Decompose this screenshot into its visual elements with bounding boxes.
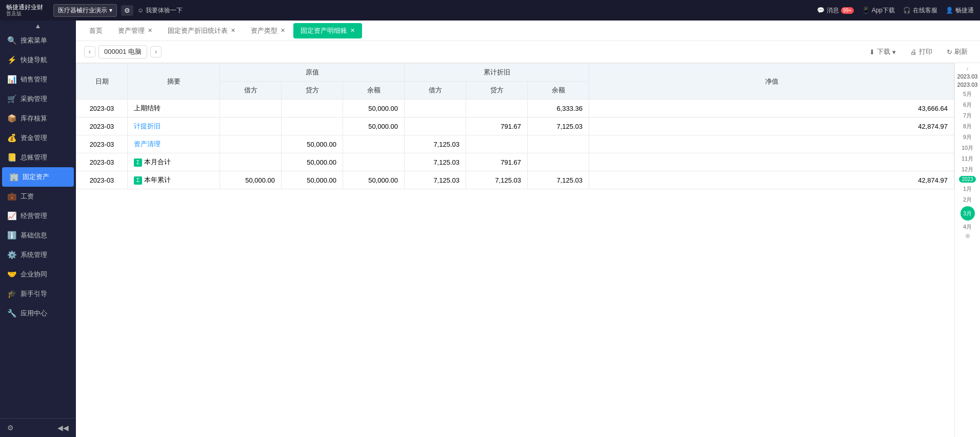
toolbar-row: ‹ 000001 电脑 › ⬇ 下载 ▾ 🖨 打印 ↻	[76, 41, 980, 63]
th-original-value: 原值	[220, 64, 405, 82]
print-btn[interactable]: 🖨 打印	[906, 45, 936, 58]
print-icon: 🖨	[910, 48, 917, 56]
sidebar-item-finance[interactable]: 💰 资金管理	[0, 128, 76, 148]
sidebar-item-search[interactable]: 🔍 搜索菜单	[0, 31, 76, 50]
smile-icon: ☺	[137, 7, 144, 14]
cell-orig-balance	[343, 153, 405, 171]
right-panel-collapse-icon[interactable]: ›	[967, 65, 969, 72]
cell-orig-credit: 50,000.00	[282, 153, 343, 171]
table-row: 2023-03 上期结转 50,000.00 6,333.36 43,666.6…	[76, 100, 954, 117]
tab-depreciation-table[interactable]: 固定资产折旧统计表 ✕	[161, 23, 243, 38]
prev-asset-btn[interactable]: ‹	[84, 46, 95, 57]
month-6[interactable]: 6月	[955, 100, 980, 110]
year-2023-badge[interactable]: 2023	[959, 176, 975, 183]
user-btn[interactable]: 👤 畅捷通	[946, 6, 974, 15]
month-5[interactable]: 5月	[955, 89, 980, 100]
top-bar-center: 医疗器械行业演示 ▾ ⚙ ☺ 我要体验一下	[53, 4, 817, 17]
sidebar-item-fixed-assets[interactable]: 🏢 固定资产	[2, 167, 74, 187]
month-1[interactable]: 1月	[955, 184, 980, 194]
settings-icon-btn[interactable]: ⚙	[121, 5, 133, 16]
sidebar-scroll-up[interactable]: ▲	[0, 21, 76, 31]
month-9[interactable]: 9月	[955, 132, 980, 143]
service-btn[interactable]: 🎧 在线客服	[903, 6, 937, 15]
company-selector[interactable]: 医疗器械行业演示 ▾	[53, 4, 117, 17]
main-layout: ▲ 🔍 搜索菜单 ⚡ 快捷导航 📊 销售管理 🛒 采购管理 📦 库存核算 💰 资…	[0, 21, 980, 437]
close-asset-mgmt-icon[interactable]: ✕	[148, 27, 152, 34]
cell-orig-debit: 50,000.00	[220, 171, 282, 189]
th-summary: 摘要	[128, 64, 220, 100]
fixed-assets-icon: 🏢	[9, 172, 18, 182]
app-logo: 畅捷通好业财 普及版	[6, 4, 43, 17]
close-asset-detail-icon[interactable]: ✕	[350, 27, 355, 34]
experience-button[interactable]: ☺ 我要体验一下	[137, 6, 183, 15]
dropdown-icon: ▾	[892, 48, 896, 56]
cell-dep-credit	[466, 135, 528, 153]
basic-icon: ℹ️	[7, 231, 16, 240]
settings-bottom-icon[interactable]: ⚙	[7, 424, 14, 432]
cell-orig-debit	[220, 117, 282, 135]
top-bar-right: 💬 消息 99+ 📱 App下载 🎧 在线客服 👤 畅捷通	[817, 6, 974, 15]
top-date1: 2023.03	[957, 72, 978, 81]
sidebar-item-guide[interactable]: 🎓 新手引导	[0, 284, 76, 304]
cell-date: 2023-03	[76, 153, 128, 171]
month-3-active[interactable]: 3月	[961, 206, 975, 221]
sidebar-item-ops[interactable]: 📈 经营管理	[0, 206, 76, 226]
cell-date: 2023-03	[76, 117, 128, 135]
tab-home[interactable]: 首页	[82, 23, 110, 38]
month-12[interactable]: 12月	[955, 164, 980, 175]
month-7[interactable]: 7月	[955, 110, 980, 121]
headset-icon: 🎧	[903, 7, 911, 14]
download-icon: ⬇	[869, 48, 875, 56]
download-btn[interactable]: 📱 App下载	[862, 6, 895, 15]
cell-orig-credit: 50,000.00	[282, 171, 343, 189]
cell-dep-balance: 7,125.03	[528, 171, 589, 189]
sidebar-item-collab[interactable]: 🤝 企业协同	[0, 265, 76, 284]
salary-icon: 💼	[7, 192, 16, 201]
sidebar-item-purchase[interactable]: 🛒 采购管理	[0, 89, 76, 109]
cell-dep-balance: 7,125.03	[528, 117, 589, 135]
sidebar-bottom: ⚙ ◀◀	[0, 418, 76, 437]
content-area: 首页 资产管理 ✕ 固定资产折旧统计表 ✕ 资产类型 ✕ 固定资产明细账 ✕	[76, 21, 980, 437]
month-10[interactable]: 10月	[955, 143, 980, 153]
month-8[interactable]: 8月	[955, 121, 980, 132]
cell-orig-balance: 50,000.00	[343, 171, 405, 189]
cell-dep-credit: 791.67	[466, 117, 528, 135]
sidebar: ▲ 🔍 搜索菜单 ⚡ 快捷导航 📊 销售管理 🛒 采购管理 📦 库存核算 💰 资…	[0, 21, 76, 437]
sidebar-item-salary[interactable]: 💼 工资	[0, 187, 76, 206]
tab-asset-type[interactable]: 资产类型 ✕	[244, 23, 292, 38]
sidebar-item-sales[interactable]: 📊 销售管理	[0, 70, 76, 89]
month-4[interactable]: 4月	[955, 222, 980, 232]
cell-summary: 计提折旧	[128, 117, 220, 135]
table-row: 2023-03 Σ本月合计 50,000.00 7,125.03 791.67	[76, 153, 954, 171]
sidebar-item-basic[interactable]: ℹ️ 基础信息	[0, 226, 76, 245]
sidebar-item-inventory[interactable]: 📦 库存核算	[0, 109, 76, 128]
sidebar-item-system[interactable]: ⚙️ 系统管理	[0, 245, 76, 265]
th-orig-credit: 贷方	[282, 82, 343, 100]
close-asset-type-icon[interactable]: ✕	[281, 27, 285, 34]
page-content: ‹ 000001 电脑 › ⬇ 下载 ▾ 🖨 打印 ↻	[76, 41, 980, 437]
refresh-icon: ↻	[947, 48, 952, 56]
sum-icon: Σ	[134, 158, 142, 167]
download-btn[interactable]: ⬇ 下载 ▾	[865, 45, 900, 58]
month-2[interactable]: 2月	[955, 194, 980, 205]
cell-orig-debit	[220, 153, 282, 171]
right-panel-down-icon[interactable]: ⊕	[965, 232, 970, 240]
chevron-down-icon: ▾	[109, 7, 112, 14]
sidebar-item-ledger[interactable]: 📒 总账管理	[0, 148, 76, 167]
tab-asset-mgmt[interactable]: 资产管理 ✕	[111, 23, 159, 38]
month-11[interactable]: 11月	[955, 153, 980, 164]
cell-date: 2023-03	[76, 135, 128, 153]
next-asset-btn[interactable]: ›	[150, 46, 162, 57]
top-bar-left: 畅捷通好业财 普及版	[6, 4, 43, 17]
sidebar-item-apps[interactable]: 🔧 应用中心	[0, 304, 76, 323]
cell-date: 2023-03	[76, 100, 128, 117]
ops-icon: 📈	[7, 211, 16, 221]
sidebar-item-quicknav[interactable]: ⚡ 快捷导航	[0, 50, 76, 70]
refresh-btn[interactable]: ↻ 刷新	[943, 45, 972, 58]
close-depreciation-icon[interactable]: ✕	[231, 27, 235, 34]
collapse-icon[interactable]: ◀◀	[57, 424, 69, 432]
message-btn[interactable]: 💬 消息 99+	[817, 6, 854, 15]
cell-summary: 资产清理	[128, 135, 220, 153]
ledger-icon: 📒	[7, 153, 16, 162]
tab-asset-detail[interactable]: 固定资产明细账 ✕	[293, 23, 362, 38]
